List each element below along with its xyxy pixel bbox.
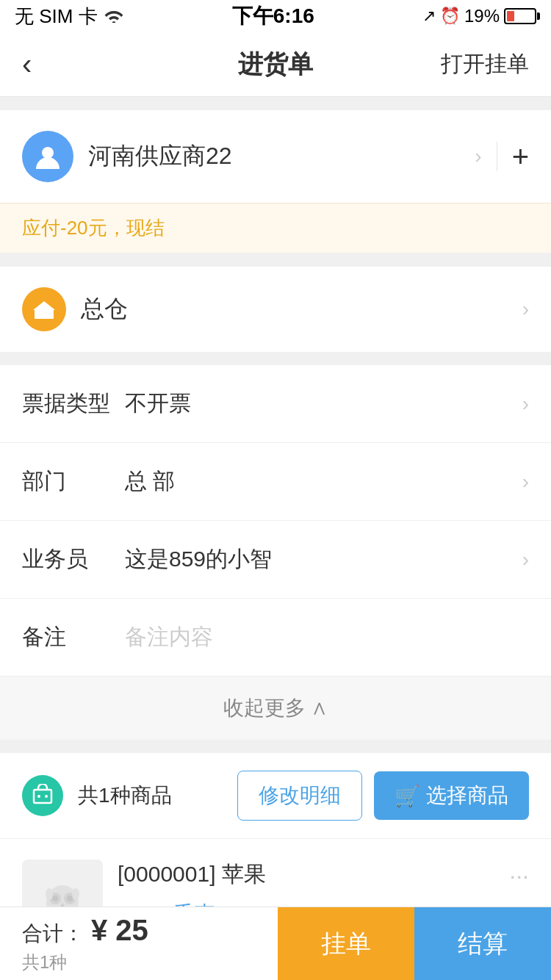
svg-marker-2 [33,301,55,310]
salesperson-label: 业务员 [22,544,110,574]
svg-rect-3 [40,313,48,319]
collapse-label: 收起更多 ∧ [223,694,328,722]
status-right: ↗ ⏰ 19% [422,6,536,26]
edit-detail-button[interactable]: 修改明细 [237,771,362,821]
invoice-type-label: 票据类型 [22,389,110,419]
warehouse-arrow-icon: › [522,298,529,321]
status-left: 无 SIM 卡 [15,4,124,29]
checkout-button[interactable]: 结算 [414,907,551,981]
select-product-button[interactable]: 🛒 选择商品 [374,771,529,820]
remark-input[interactable]: 备注内容 [110,622,529,652]
select-product-label: 选择商品 [426,782,508,810]
supplier-card: 河南供应商22 › + 应付-20元，现结 [0,110,551,253]
salesperson-value: 这是859的小智 [110,544,522,574]
invoice-type-value: 不开票 [110,389,522,419]
status-time: 下午6:16 [232,2,314,30]
hang-button[interactable]: 挂单 [278,907,414,981]
salesperson-row[interactable]: 业务员 这是859的小智 › [0,521,551,599]
supplier-row[interactable]: 河南供应商22 › + [0,110,551,203]
product-code: [0000001] [118,862,222,886]
svg-point-14 [72,888,79,900]
svg-point-13 [46,888,53,900]
battery-percent: 19% [464,6,500,26]
svg-rect-4 [34,790,51,803]
product-count-label: 共1种商品 [78,782,237,810]
product-more-button[interactable]: ··· [502,860,529,890]
collapse-row[interactable]: 收起更多 ∧ [0,676,551,740]
product-name: [0000001] 苹果 [118,860,502,890]
product-count-icon [22,775,63,816]
total-sub: 共1种 [22,951,256,974]
svg-point-5 [37,795,40,798]
salesperson-arrow: › [522,548,529,572]
svg-point-10 [52,896,58,901]
remark-row[interactable]: 备注 备注内容 [0,599,551,676]
department-value: 总 部 [110,466,522,497]
cart-icon: 🛒 [395,784,420,808]
location-icon: ↗ [422,7,436,26]
total-amount: ¥ 25 [91,914,148,947]
supplier-divider [497,142,497,171]
invoice-type-arrow: › [522,392,529,416]
wifi-icon [104,5,124,28]
total-label: 合计： [22,920,84,948]
product-header: 共1种商品 修改明细 🛒 选择商品 [0,753,551,839]
carrier-label: 无 SIM 卡 [15,4,98,29]
svg-point-11 [67,896,73,901]
footer-total: 合计： ¥ 25 共1种 [0,914,278,974]
supplier-avatar [22,131,73,182]
warehouse-name: 总仓 [81,293,522,325]
alarm-icon: ⏰ [440,7,460,26]
warehouse-card: 总仓 › [0,266,551,352]
department-arrow: › [522,470,529,494]
invoice-type-row[interactable]: 票据类型 不开票 › [0,365,551,443]
nav-bar: ‹ 进货单 打开挂单 [0,32,551,97]
divider-3 [0,352,551,365]
add-supplier-button[interactable]: + [512,140,529,173]
form-section: 票据类型 不开票 › 部门 总 部 › 业务员 这是859的小智 › 备注 备注… [0,365,551,676]
department-row[interactable]: 部门 总 部 › [0,443,551,521]
footer-total-row: 合计： ¥ 25 [22,914,256,948]
warehouse-icon [22,287,66,331]
footer: 合计： ¥ 25 共1种 挂单 结算 [0,907,551,980]
supplier-arrow-icon: › [475,145,481,168]
remark-label: 备注 [22,622,110,652]
svg-point-6 [45,795,48,798]
svg-point-0 [42,147,54,159]
open-hang-button[interactable]: 打开挂单 [441,49,529,79]
department-label: 部门 [22,466,110,497]
product-title: 苹果 [222,862,266,886]
battery-icon [504,8,536,24]
payment-hint: 应付-20元，现结 [0,203,551,253]
divider-2 [0,253,551,266]
page-title: 进货单 [238,48,313,82]
status-bar: 无 SIM 卡 下午6:16 ↗ ⏰ 19% [0,0,551,32]
warehouse-row[interactable]: 总仓 › [0,266,551,352]
back-button[interactable]: ‹ [15,40,39,88]
supplier-name: 河南供应商22 [88,140,475,173]
divider-1 [0,97,551,110]
